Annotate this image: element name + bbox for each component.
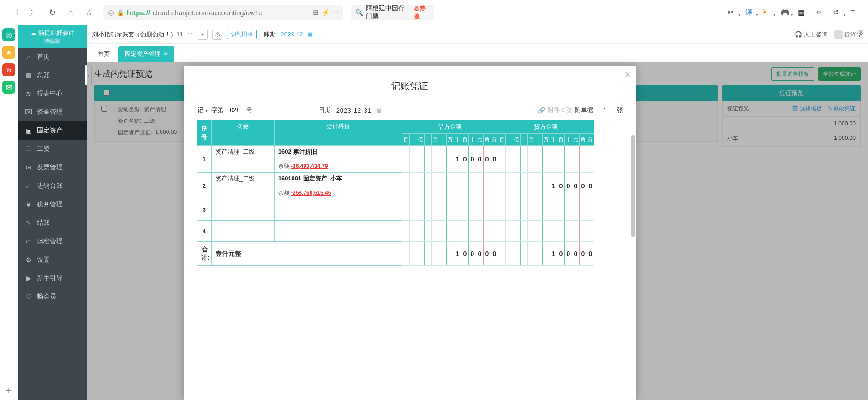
brightness-icon[interactable]: ☼ [815,8,825,17]
url-rest: cloud.chanjet.com/accounting/uw1e [153,9,263,17]
shield-icon: ◎ [108,8,114,17]
translate-icon[interactable]: 译▾ [745,8,754,17]
hot-badge: ♨热搜 [414,4,429,21]
search-icon: 🔍 [355,9,363,16]
chevron-down-icon[interactable]: ﹀ [333,9,339,17]
browser-toolbar: 〈 〉 ↻ ⌂ ☆ ◎ 🔒 https://cloud.chanjet.com/… [0,0,868,25]
forward-icon[interactable]: 〉 [29,7,39,18]
game-icon[interactable]: 🎮▾ [780,8,790,17]
scissors-icon[interactable]: ✂▾ [728,8,737,17]
browser-right-icons: ✂▾ 译▾ ¥▾ 🎮▾ ▦ ☼ ↺▾ ≡ [728,8,864,17]
star-icon[interactable]: ☆ [84,7,94,18]
wallet-icon[interactable]: ¥▾ [763,8,772,17]
search-text: 阿根廷中国行门票 [366,4,409,21]
menu-icon[interactable]: ≡ [850,8,860,17]
reload-icon[interactable]: ↻ [47,7,57,18]
url-bar[interactable]: ◎ 🔒 https://cloud.chanjet.com/accounting… [103,5,343,20]
lock-icon: 🔒 [117,9,124,16]
bolt-icon[interactable]: ⚡ [322,8,330,17]
history-icon[interactable]: ↺▾ [833,8,842,17]
back-icon[interactable]: 〈 [10,7,20,18]
search-box[interactable]: 🔍 阿根廷中国行门票 ♨热搜 [351,5,434,20]
apps-icon[interactable]: ▦ [798,8,807,17]
home-icon[interactable]: ⌂ [66,7,76,18]
url-proto: https:// [127,9,150,17]
qr-icon[interactable]: ⊞ [313,8,319,17]
nav-buttons: 〈 〉 ↻ ⌂ ☆ [10,7,94,18]
